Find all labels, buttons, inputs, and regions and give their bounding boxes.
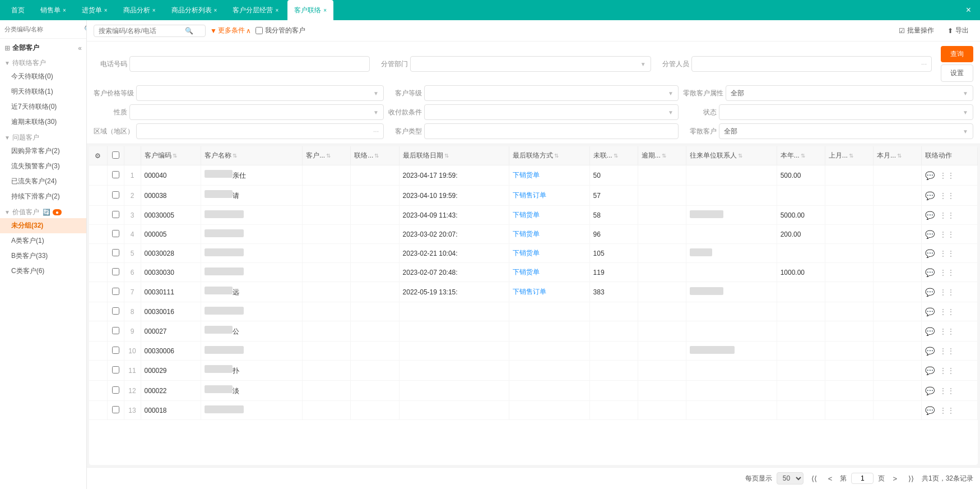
sidebar-item-7day-pending[interactable]: 近7天待联络(0) xyxy=(0,99,86,114)
nav-sales-order[interactable]: 销售单 × xyxy=(34,0,73,20)
customer-type-input[interactable] xyxy=(424,123,679,139)
more-icon[interactable]: ⋮⋮ xyxy=(939,288,955,297)
sidebar-item-churn-warn[interactable]: 流失预警客户(3) xyxy=(0,159,86,174)
checkbox-cell[interactable] xyxy=(107,282,124,302)
row-checkbox[interactable] xyxy=(112,347,119,354)
code-col-header[interactable]: 客户编码⇅ xyxy=(141,146,201,165)
checkbox-cell[interactable] xyxy=(107,361,124,381)
chat-icon[interactable]: 💬 xyxy=(925,386,935,395)
checkbox-cell[interactable] xyxy=(107,206,124,225)
more-icon[interactable]: ⋮⋮ xyxy=(939,307,955,316)
search-input[interactable] xyxy=(99,27,183,35)
chat-icon[interactable]: 💬 xyxy=(925,307,935,316)
row-checkbox[interactable] xyxy=(112,249,119,256)
last-contact-way[interactable] xyxy=(509,401,590,420)
last-contact-way[interactable]: 下销货单 xyxy=(509,165,590,186)
nav-purchase-order[interactable]: 进货单 × xyxy=(75,0,114,20)
chat-icon[interactable]: 💬 xyxy=(925,288,935,297)
sidebar-search-input[interactable] xyxy=(4,26,82,33)
close-icon[interactable]: × xyxy=(104,7,108,13)
action-cell[interactable]: 💬 ⋮⋮ xyxy=(922,302,978,321)
dept-input[interactable]: ▼ xyxy=(410,56,651,72)
more-icon[interactable]: ⋮⋮ xyxy=(939,347,955,356)
last-contact-way[interactable]: 下销售订单 xyxy=(509,282,590,302)
close-icon[interactable]: × xyxy=(323,7,327,13)
action-cell[interactable]: 💬 ⋮⋮ xyxy=(922,361,978,381)
last-contact-way[interactable] xyxy=(509,342,590,361)
last-contact-way[interactable]: 下销货单 xyxy=(509,206,590,225)
settings-col-header[interactable]: ⚙ xyxy=(89,146,107,165)
last-contact-way-col-header[interactable]: 最后联络方式⇅ xyxy=(509,146,590,165)
payment-input[interactable]: ▼ xyxy=(424,104,679,120)
this-year-col-header[interactable]: 本年...⇅ xyxy=(777,146,825,165)
row-checkbox[interactable] xyxy=(112,230,119,237)
last-contact-way[interactable]: 下销售订单 xyxy=(509,186,590,206)
gear-icon[interactable]: ⚙ xyxy=(95,152,101,160)
action-cell[interactable]: 💬 ⋮⋮ xyxy=(922,401,978,420)
page-number-input[interactable] xyxy=(851,473,874,484)
refresh-icon[interactable]: 🔄 xyxy=(43,209,50,216)
action-cell[interactable]: 💬 ⋮⋮ xyxy=(922,165,978,186)
nav-product-analysis[interactable]: 商品分析 × xyxy=(117,0,162,20)
checkbox-cell[interactable] xyxy=(107,244,124,263)
checkbox-cell[interactable] xyxy=(107,186,124,206)
row-checkbox[interactable] xyxy=(112,171,119,178)
prev-page-button[interactable]: < xyxy=(825,473,836,484)
gender-input[interactable]: ▼ xyxy=(129,104,384,120)
this-month-col-header[interactable]: 本月...⇅ xyxy=(874,146,922,165)
sidebar-item-unclassified[interactable]: 未分组(32) xyxy=(0,218,86,233)
row-checkbox[interactable] xyxy=(112,406,119,413)
checkbox-cell[interactable] xyxy=(107,263,124,282)
sidebar-item-overdue-pending[interactable]: 逾期未联络(30) xyxy=(0,114,86,130)
close-icon[interactable]: × xyxy=(214,7,217,13)
chat-icon[interactable]: 💬 xyxy=(925,406,935,415)
my-customers-checkbox[interactable]: 我分管的客户 xyxy=(256,26,305,35)
close-icon[interactable]: × xyxy=(63,7,66,13)
uncontacted-col-header[interactable]: 未联...⇅ xyxy=(589,146,638,165)
row-checkbox[interactable] xyxy=(112,366,119,373)
action-cell[interactable]: 💬 ⋮⋮ xyxy=(922,342,978,361)
customer-level-input[interactable]: ▼ xyxy=(424,85,679,101)
phone-input[interactable] xyxy=(129,56,370,72)
last-contact-way[interactable] xyxy=(509,361,590,381)
last-month-col-header[interactable]: 上月...⇅ xyxy=(825,146,873,165)
manager-input[interactable]: ··· xyxy=(691,56,932,72)
checkbox-cell[interactable] xyxy=(107,381,124,401)
first-page-button[interactable]: ⟨⟨ xyxy=(808,473,820,484)
status-input[interactable]: ▼ xyxy=(719,104,973,120)
more-icon[interactable]: ⋮⋮ xyxy=(939,406,955,415)
more-icon[interactable]: ⋮⋮ xyxy=(939,211,955,220)
more-icon[interactable]: ⋮⋮ xyxy=(939,191,955,200)
more-icon[interactable]: ⋮⋮ xyxy=(939,327,955,336)
type-col-header[interactable]: 客户...⇅ xyxy=(303,146,351,165)
chat-icon[interactable]: 💬 xyxy=(925,211,935,220)
row-checkbox[interactable] xyxy=(112,327,119,334)
next-page-button[interactable]: > xyxy=(889,473,900,484)
chat-icon[interactable]: 💬 xyxy=(925,327,935,336)
my-customers-check[interactable] xyxy=(256,27,263,34)
action-cell[interactable]: 💬 ⋮⋮ xyxy=(922,186,978,206)
more-icon[interactable]: ⋮⋮ xyxy=(939,268,955,277)
row-checkbox[interactable] xyxy=(112,268,119,275)
last-contact-way[interactable] xyxy=(509,321,590,342)
export-button[interactable]: ⬆ 导出 xyxy=(943,24,973,38)
chat-icon[interactable]: 💬 xyxy=(925,249,935,258)
nav-home[interactable]: 首页 xyxy=(4,0,31,20)
reset-button[interactable]: 设置 xyxy=(941,64,973,82)
sidebar-item-class-b[interactable]: B类客户(33) xyxy=(0,248,86,264)
retail-customer-input[interactable]: 全部 ▼ xyxy=(719,123,973,139)
nav-customer-tier[interactable]: 客户分层经营 × xyxy=(226,0,285,20)
last-contact-date-col-header[interactable]: 最后联络日期⇅ xyxy=(399,146,509,165)
chat-icon[interactable]: 💬 xyxy=(925,230,935,239)
action-cell[interactable]: 💬 ⋮⋮ xyxy=(922,244,978,263)
row-checkbox[interactable] xyxy=(112,288,119,295)
chat-icon[interactable]: 💬 xyxy=(925,347,935,356)
checkbox-cell[interactable] xyxy=(107,342,124,361)
sidebar-item-churned[interactable]: 已流失客户(24) xyxy=(0,174,86,189)
last-contact-way[interactable]: 下销货单 xyxy=(509,225,590,244)
row-checkbox[interactable] xyxy=(112,386,119,394)
chat-icon[interactable]: 💬 xyxy=(925,191,935,200)
nav-product-analysis-list[interactable]: 商品分析列表 × xyxy=(165,0,224,20)
retail-attr-input[interactable]: 全部 ▼ xyxy=(726,85,973,101)
row-checkbox[interactable] xyxy=(112,211,119,218)
